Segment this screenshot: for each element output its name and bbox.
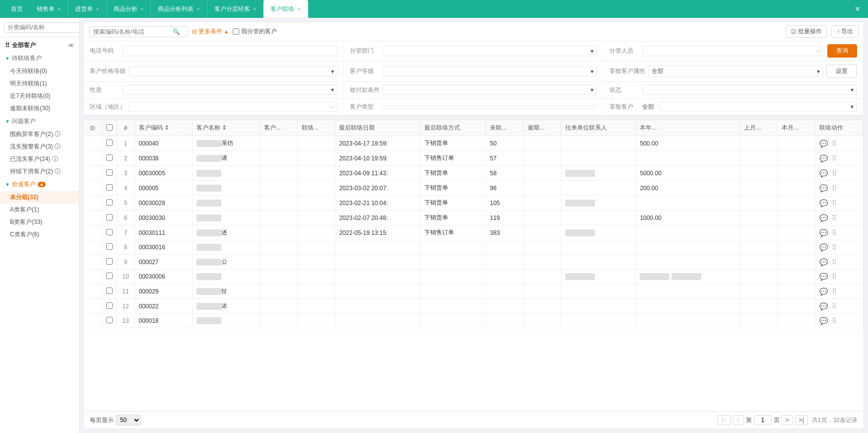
sidebar-item-abnormal[interactable]: 囤购异常客户(2) ⓘ [0, 128, 79, 141]
next-page-button[interactable]: > [782, 415, 793, 425]
region-dots[interactable]: ··· [329, 103, 334, 110]
price-level-select[interactable] [129, 67, 337, 76]
retail-attr-select[interactable]: 全部 [648, 66, 823, 77]
method-link[interactable]: 下销售订单 [424, 229, 454, 236]
row-checkbox[interactable] [106, 243, 113, 250]
status-select[interactable] [642, 85, 857, 95]
filter-search-icon[interactable]: 🔍 [173, 28, 180, 35]
menu-icon[interactable]: ⠿ [832, 229, 837, 237]
nature-select[interactable] [123, 85, 337, 95]
chat-icon[interactable]: 💬 [819, 199, 828, 207]
tab-home[interactable]: 首页 [4, 0, 30, 18]
sidebar-item-tomorrow[interactable]: 明天待联络(1) [0, 77, 79, 90]
chat-icon[interactable]: 💬 [819, 229, 828, 237]
menu-icon[interactable]: ⠿ [832, 288, 837, 295]
sidebar-search-input[interactable] [4, 22, 79, 33]
region-select[interactable]: ··· [129, 102, 337, 112]
customer-type-select[interactable] [383, 105, 598, 108]
product-analysis-list-tab-close[interactable]: × [197, 6, 200, 12]
row-checkbox[interactable] [106, 199, 113, 206]
menu-icon[interactable]: ⠿ [832, 302, 837, 310]
menu-icon[interactable]: ⠿ [832, 140, 837, 147]
tab-sales[interactable]: 销售单 × [30, 0, 68, 18]
chat-icon[interactable]: 💬 [819, 154, 828, 162]
purchase-tab-close[interactable]: × [96, 6, 99, 12]
tab-product-analysis-list[interactable]: 商品分析列表 × [151, 0, 207, 18]
sidebar-item-ungrouped[interactable]: 未分组(32) [0, 191, 79, 204]
method-link[interactable]: 下销货单 [424, 184, 448, 191]
sidebar-item-warning[interactable]: 流失预警客户(3) ⓘ [0, 141, 79, 153]
sidebar-item-a-class[interactable]: A类客户(1) [0, 204, 79, 216]
method-link[interactable]: 下销售订单 [424, 154, 454, 161]
row-checkbox[interactable] [106, 140, 113, 146]
sidebar-group-problem[interactable]: ▼ 问题客户 [0, 115, 79, 128]
method-link[interactable]: 下销货单 [424, 140, 448, 146]
first-page-button[interactable]: |< [718, 415, 731, 425]
row-checkbox[interactable] [106, 169, 113, 176]
menu-icon[interactable]: ⠿ [832, 243, 837, 251]
menu-icon[interactable]: ⠿ [832, 317, 837, 325]
chat-icon[interactable]: 💬 [819, 169, 828, 177]
department-select[interactable] [383, 46, 598, 56]
sales-tab-close[interactable]: × [58, 6, 61, 12]
menu-icon[interactable]: ⠿ [832, 273, 837, 281]
sidebar-item-overdue[interactable]: 逾期未联络(30) [0, 102, 79, 115]
method-link[interactable]: 下销货单 [424, 199, 448, 206]
menu-icon[interactable]: ⠿ [832, 199, 837, 207]
chat-icon[interactable]: 💬 [819, 317, 828, 325]
chat-icon[interactable]: 💬 [819, 140, 828, 147]
last-page-button[interactable]: >| [795, 415, 808, 425]
tab-purchase[interactable]: 进货单 × [68, 0, 106, 18]
prev-page-button[interactable]: < [733, 415, 744, 425]
row-checkbox[interactable] [106, 288, 113, 294]
chat-icon[interactable]: 💬 [819, 302, 828, 310]
all-customers-header[interactable]: ⠿ 全部客户 ≪ [0, 37, 79, 52]
batch-operations-button[interactable]: ☑ 批量操作 [786, 25, 827, 38]
row-checkbox[interactable] [106, 229, 113, 235]
row-checkbox[interactable] [106, 273, 113, 279]
menu-icon[interactable]: ⠿ [832, 154, 837, 162]
menu-icon[interactable]: ⠿ [832, 258, 837, 266]
settings-icon[interactable]: ⚙ [89, 124, 96, 132]
chat-icon[interactable]: 💬 [819, 184, 828, 192]
row-checkbox[interactable] [106, 184, 113, 191]
row-checkbox[interactable] [106, 154, 113, 161]
row-checkbox[interactable] [106, 258, 113, 265]
manager-dots[interactable]: ··· [816, 48, 821, 55]
sidebar-group-value[interactable]: ▼ 价值客户 ● [0, 178, 79, 191]
menu-icon[interactable]: ⠿ [832, 214, 837, 222]
reset-button[interactable]: 设置 [826, 65, 857, 78]
sidebar-item-b-class[interactable]: B类客户(33) [0, 216, 79, 228]
retail-customer-select[interactable] [659, 102, 857, 112]
sidebar-item-declining[interactable]: 持续下滑客户(2) ⓘ [0, 165, 79, 178]
chat-icon[interactable]: 💬 [819, 243, 828, 251]
phone-input[interactable] [123, 46, 337, 56]
customer-contact-tab-close[interactable]: × [297, 6, 300, 12]
filter-search-input[interactable] [93, 28, 173, 35]
page-number-input[interactable] [754, 415, 772, 425]
row-checkbox[interactable] [106, 317, 113, 323]
tab-product-analysis[interactable]: 商品分析 × [107, 0, 151, 18]
row-checkbox[interactable] [106, 302, 113, 309]
menu-icon[interactable]: ⠿ [832, 184, 837, 192]
product-analysis-tab-close[interactable]: × [140, 6, 143, 12]
chat-icon[interactable]: 💬 [819, 288, 828, 295]
customer-level-select[interactable] [383, 67, 598, 76]
select-all-checkbox[interactable] [106, 124, 113, 131]
page-size-select[interactable]: 50 10 20 100 [116, 415, 141, 426]
sidebar-item-7days[interactable]: 近7天待联络(0) [0, 90, 79, 102]
export-button[interactable]: ↑ 导出 [831, 25, 859, 38]
payment-select[interactable] [383, 85, 598, 95]
tab-customer-contact[interactable]: 客户联络 × [264, 0, 308, 18]
my-customers-checkbox[interactable] [233, 28, 239, 35]
chat-icon[interactable]: 💬 [819, 258, 828, 266]
more-conditions-button[interactable]: ⊟ 更多条件 ▲ [192, 27, 229, 36]
chat-icon[interactable]: 💬 [819, 214, 828, 222]
chat-icon[interactable]: 💬 [819, 273, 828, 281]
menu-icon[interactable]: ⠿ [832, 169, 837, 177]
global-close-button[interactable]: × [851, 4, 864, 14]
method-link[interactable]: 下销货单 [424, 214, 448, 221]
sidebar-group-pending[interactable]: ▼ 待联络客户 [0, 52, 79, 65]
row-checkbox[interactable] [106, 214, 113, 220]
tab-customer-segment[interactable]: 客户分层经客 × [207, 0, 264, 18]
